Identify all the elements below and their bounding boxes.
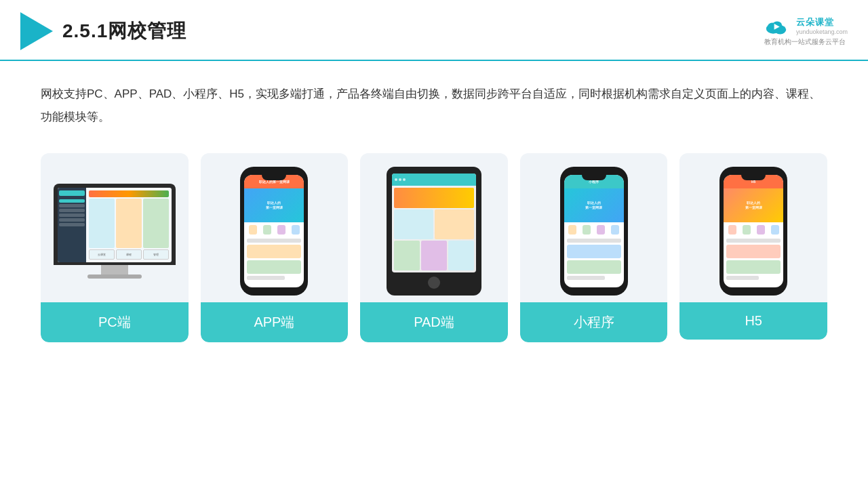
tablet-home-btn xyxy=(428,277,440,289)
card-pad: PAD端 xyxy=(360,153,508,342)
main-content: 网校支持PC、APP、PAD、小程序、H5，实现多端打通，产品各终端自由切换，数… xyxy=(0,61,868,356)
phone-screen-h5: H5 职达人的第一堂网课 xyxy=(724,175,783,287)
tablet-screen xyxy=(392,174,476,272)
phone-notch-miniapp xyxy=(582,175,606,180)
card-miniapp-image: 小程序 职达人的第一堂网课 xyxy=(520,153,668,302)
card-pad-image xyxy=(360,153,508,302)
cloud-icon xyxy=(762,16,792,36)
brand-name: 云朵课堂 yunduoketang.com xyxy=(796,16,848,35)
header-left: 2.5.1网校管理 xyxy=(20,12,186,50)
card-app-label: APP端 xyxy=(201,302,349,342)
pc-mockup: 云课堂 课程 管理 xyxy=(54,184,176,279)
card-h5-label: H5 xyxy=(679,302,827,340)
card-pad-label: PAD端 xyxy=(360,302,508,342)
card-pc-image: 云课堂 课程 管理 xyxy=(41,153,189,302)
tablet-mockup xyxy=(387,167,481,296)
pc-screen-inner: 云课堂 课程 管理 xyxy=(58,188,172,262)
card-miniapp: 小程序 职达人的第一堂网课 xyxy=(520,153,668,342)
brand-tagline: 教育机构一站式服务云平台 xyxy=(764,37,846,47)
cards-container: 云课堂 课程 管理 PC端 xyxy=(41,153,827,342)
brand-text: 云朵课堂 xyxy=(796,16,848,28)
phone-screen-miniapp: 小程序 职达人的第一堂网课 xyxy=(564,175,624,287)
card-miniapp-label: 小程序 xyxy=(520,302,668,342)
pc-screen-outer: 云课堂 课程 管理 xyxy=(54,184,176,265)
phone-mockup-miniapp: 小程序 职达人的第一堂网课 xyxy=(560,167,628,296)
brand-logo: 云朵课堂 yunduoketang.com xyxy=(762,16,848,36)
phone-mockup-app: 职达人的第一堂网课 职达人的第一堂网课 xyxy=(240,167,308,296)
phone-notch-h5 xyxy=(741,175,766,180)
card-h5-image: H5 职达人的第一堂网课 xyxy=(679,153,827,302)
card-h5: H5 职达人的第一堂网课 xyxy=(679,153,827,340)
card-pc: 云课堂 课程 管理 PC端 xyxy=(41,153,189,342)
phone-mockup-h5: H5 职达人的第一堂网课 xyxy=(719,167,787,296)
header: 2.5.1网校管理 云朵课堂 yunduoketang.com 教育机构一站式服… xyxy=(0,0,868,61)
card-pc-label: PC端 xyxy=(41,302,189,342)
phone-screen-app: 职达人的第一堂网课 职达人的第一堂网课 xyxy=(244,175,304,287)
logo-triangle-icon xyxy=(20,12,53,50)
card-app-image: 职达人的第一堂网课 职达人的第一堂网课 xyxy=(201,153,349,302)
brand-url: yunduoketang.com xyxy=(796,28,848,35)
page-title: 2.5.1网校管理 xyxy=(62,18,186,44)
phone-notch xyxy=(262,175,286,180)
description-text: 网校支持PC、APP、PAD、小程序、H5，实现多端打通，产品各终端自由切换，数… xyxy=(41,83,827,129)
header-right: 云朵课堂 yunduoketang.com 教育机构一站式服务云平台 xyxy=(762,16,848,47)
card-app: 职达人的第一堂网课 职达人的第一堂网课 xyxy=(201,153,349,342)
